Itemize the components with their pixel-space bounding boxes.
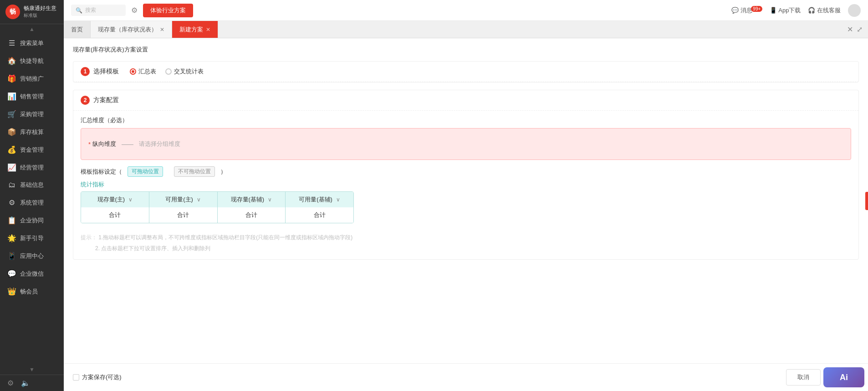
section2-body: 汇总维度（必选） * 纵向维度 —— 请选择分组维度 模板指标设定（ 可拖动位置… — [73, 111, 858, 259]
app-download-btn[interactable]: 📱 App下载 — [770, 6, 801, 15]
crown-icon: 👑 — [7, 287, 16, 296]
sidebar-item-label: 畅会员 — [20, 288, 38, 296]
sidebar-item-label: 营销推广 — [20, 75, 44, 83]
tab-inventory[interactable]: 现存量（库存状况表） ✕ — [91, 21, 172, 38]
sidebar-item-wechat[interactable]: 💬 企业微信 — [0, 265, 64, 283]
search-bar[interactable]: 🔍 搜索 — [71, 5, 126, 16]
stats-header-1[interactable]: 可用量(主) ∨ — [149, 192, 218, 207]
sidebar-item-management[interactable]: 📈 经营管理 — [0, 159, 64, 176]
gear-menu-icon: ⚙ — [7, 198, 16, 207]
sidebar-scroll-down[interactable]: ▼ — [0, 365, 64, 375]
stats-header-0[interactable]: 现存量(主) ∨ — [81, 192, 149, 207]
chevron-3[interactable]: ∨ — [336, 196, 340, 203]
stats-header-2[interactable]: 现存量(基辅) ∨ — [218, 192, 286, 207]
sidebar-item-label: 采购管理 — [20, 110, 44, 118]
search-placeholder: 搜索 — [85, 6, 96, 14]
tip-1: 1.拖动标题栏可以调整布局，不可跨维度或指标区域拖动栏目字段(只能在同一维度或指… — [98, 234, 352, 241]
logo-icon: 畅 — [5, 5, 20, 19]
sidebar-item-basic-info[interactable]: 🗂 基础信息 — [0, 176, 64, 194]
sidebar-item-label: 库存核算 — [20, 128, 44, 136]
radio-summary-label: 汇总表 — [138, 67, 156, 76]
template-suffix: ） — [220, 168, 226, 176]
chevron-1[interactable]: ∨ — [197, 196, 201, 203]
dimension-box[interactable]: * 纵向维度 —— 请选择分组维度 — [81, 128, 851, 160]
content-area: 现存量(库存状况表)方案设置 1 选择模板 汇总表 交叉统计表 — [64, 38, 868, 363]
section1-num: 1 — [81, 67, 90, 76]
tab-home-label: 首页 — [71, 26, 83, 34]
sidebar-item-finance[interactable]: 💰 资金管理 — [0, 141, 64, 159]
stats-title: 统计指标 — [81, 180, 851, 189]
tabbar: 首页 现存量（库存状况表） ✕ 新建方案 ✕ ✕ ⤢ — [64, 21, 868, 38]
stats-data-1: 合计 — [149, 207, 218, 223]
sidebar-item-marketing[interactable]: 🎁 营销推广 — [0, 70, 64, 87]
section2-title: 方案配置 — [93, 96, 119, 104]
chevron-2[interactable]: ∨ — [268, 196, 272, 203]
chart-icon: 📊 — [7, 92, 16, 101]
stats-data-3: 合计 — [286, 207, 353, 223]
audio-icon[interactable]: 🔈 — [21, 379, 30, 387]
tips-label: 提示： — [81, 234, 97, 241]
sidebar-item-collab[interactable]: 📋 企业协同 — [0, 211, 64, 229]
user-avatar[interactable] — [848, 4, 861, 17]
radio-cross-label: 交叉统计表 — [174, 67, 204, 76]
radio-summary-dot — [130, 68, 136, 75]
non-draggable-badge: 不可拖动位置 — [174, 166, 215, 177]
tab-inventory-close[interactable]: ✕ — [160, 26, 164, 33]
tab-new-plan-close[interactable]: ✕ — [206, 26, 210, 33]
sidebar-item-label: 快捷导航 — [20, 57, 44, 65]
topbar-gear-icon[interactable]: ⚙ — [131, 6, 138, 15]
sidebar-item-member[interactable]: 👑 畅会员 — [0, 283, 64, 300]
sidebar-item-inventory[interactable]: 📦 库存核算 — [0, 123, 64, 141]
app-logo: 畅 畅康通好生意 标准版 — [0, 0, 64, 24]
save-checkbox[interactable] — [73, 374, 79, 381]
sidebar-item-search[interactable]: ☰ 搜索菜单 — [0, 34, 64, 52]
tab-close-all-icon[interactable]: ✕ — [847, 25, 853, 34]
app-version: 标准版 — [24, 12, 56, 19]
mobile-icon: 📱 — [7, 252, 16, 260]
template-indicator-label: 模板指标设定（ — [81, 168, 122, 176]
tab-home[interactable]: 首页 — [64, 21, 91, 38]
cancel-button[interactable]: 取消 — [786, 369, 821, 386]
try-industry-btn[interactable]: 体验行业方案 — [143, 4, 193, 17]
save-label: 方案保存(可选) — [82, 373, 122, 381]
sidebar-item-label: 销售管理 — [20, 93, 44, 101]
settings-icon[interactable]: ⚙ — [7, 379, 14, 387]
required-mark: * — [88, 141, 91, 148]
tab-expand-icon[interactable]: ⤢ — [857, 25, 863, 34]
dimension-label: 汇总维度（必选） — [81, 116, 851, 124]
radio-cross-table[interactable]: 交叉统计表 — [165, 67, 204, 76]
sidebar-item-purchase[interactable]: 🛒 采购管理 — [0, 105, 64, 123]
chevron-0[interactable]: ∨ — [128, 196, 133, 203]
radio-summary-table[interactable]: 汇总表 — [130, 67, 156, 76]
stats-header-3[interactable]: 可用量(基辅) ∨ — [286, 192, 353, 207]
stats-section: 统计指标 现存量(主) ∨ 可用量(主) ∨ — [81, 180, 851, 225]
box-icon: 📦 — [7, 128, 16, 136]
ai-badge[interactable]: Ai — [823, 367, 864, 387]
topbar: 🔍 搜索 ⚙ 体验行业方案 💬 消息 99+ 📱 App下载 🎧 在线客服 — [64, 0, 868, 21]
app-download-label: App下载 — [778, 7, 801, 14]
sidebar-item-sales[interactable]: 📊 销售管理 — [0, 87, 64, 105]
section-choose-template: 1 选择模板 汇总表 交叉统计表 — [73, 61, 859, 82]
main-area: 🔍 搜索 ⚙ 体验行业方案 💬 消息 99+ 📱 App下载 🎧 在线客服 首页… — [64, 0, 868, 391]
resize-handle[interactable] — [865, 192, 868, 210]
section1-header: 1 选择模板 汇总表 交叉统计表 — [73, 62, 858, 82]
sidebar-item-label: 新手引导 — [20, 234, 44, 242]
section-plan-config: 2 方案配置 汇总维度（必选） * 纵向维度 —— 请选择分组维度 模板指标设定… — [73, 90, 859, 260]
sidebar-item-label: 系统管理 — [20, 199, 44, 207]
sidebar-menu: ☰ 搜索菜单 🏠 快捷导航 🎁 营销推广 📊 销售管理 🛒 采购管理 📦 库存核… — [0, 34, 64, 365]
save-option[interactable]: 方案保存(可选) — [73, 373, 122, 381]
sidebar-item-apps[interactable]: 📱 应用中心 — [0, 247, 64, 265]
sidebar-item-guide[interactable]: 🌟 新手引导 — [0, 229, 64, 247]
tab-inventory-label: 现存量（库存状况表） — [98, 26, 157, 34]
sidebar: 畅 畅康通好生意 标准版 ▲ ☰ 搜索菜单 🏠 快捷导航 🎁 营销推广 📊 销售… — [0, 0, 64, 391]
online-service-btn[interactable]: 🎧 在线客服 — [808, 6, 841, 15]
sidebar-item-system[interactable]: ⚙ 系统管理 — [0, 194, 64, 211]
messages-btn[interactable]: 💬 消息 99+ — [731, 6, 762, 15]
sidebar-scroll-up[interactable]: ▲ — [0, 24, 64, 34]
sidebar-item-nav[interactable]: 🏠 快捷导航 — [0, 52, 64, 70]
clipboard-icon: 📋 — [7, 216, 16, 225]
sidebar-item-label: 企业微信 — [20, 270, 44, 278]
template-radio-group: 汇总表 交叉统计表 — [130, 67, 204, 76]
sidebar-item-label: 基础信息 — [20, 181, 44, 189]
tab-new-plan[interactable]: 新建方案 ✕ — [172, 21, 218, 38]
